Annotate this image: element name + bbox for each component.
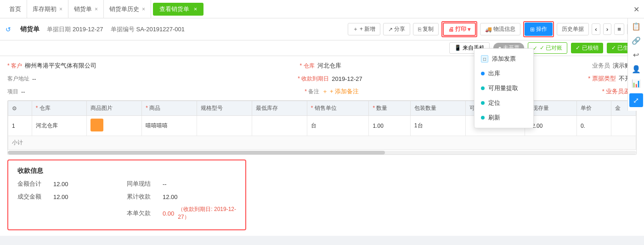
form-row-2: 客户地址 -- 收款到期日 2019-12-27 * 票据类型 不开票	[7, 74, 637, 83]
doc-date-label: 单据日期	[47, 25, 71, 34]
product-table-wrap: ⚙ * 仓库 商品图片 * 商品 规格型号 最低库存 * 销售单位 * 数量 包…	[7, 100, 637, 155]
cell-product: 嘻嘻嘻嘻	[142, 116, 197, 136]
outbound-dot	[481, 72, 485, 75]
dropdown-add-invoice[interactable]: □ 添加发票	[475, 51, 533, 66]
tab-inventory[interactable]: 库存期初 ×	[27, 0, 68, 18]
deal-row: 成交金额 12.00	[17, 193, 127, 201]
next-button[interactable]: ›	[603, 23, 611, 35]
add-button[interactable]: ＋ + 新增	[348, 23, 380, 35]
col-product: * 商品	[142, 101, 197, 116]
total-value: 12.00	[53, 181, 68, 188]
customer-value: 柳州粤港平安气体有限公司	[25, 62, 96, 70]
due-date-field: 收款到期日 2019-12-27	[298, 75, 588, 83]
operate-button[interactable]: ⊞ 操作	[525, 23, 553, 36]
plus-icon: ＋	[322, 88, 328, 95]
doc-title: 销货单	[20, 25, 40, 34]
prev-button[interactable]: ‹	[592, 23, 600, 35]
scroll-thumb	[8, 151, 385, 154]
total-label: 金额合计	[17, 180, 50, 188]
phone-icon: 📱	[454, 45, 461, 51]
tab-view-sales-close[interactable]: ×	[194, 6, 198, 12]
project-field: 项目 --	[7, 88, 305, 96]
cell-unit: 台	[307, 116, 369, 136]
col-price: 单价	[576, 101, 611, 116]
sidebar-icon-3[interactable]: ↩	[633, 51, 639, 59]
tab-bar: 首页 库存期初 × 销货单 × 销货单历史 × 查看销货单 × ✕	[0, 0, 644, 18]
operate-dropdown: □ 添加发票 出库 可用量提取 定位 刷新	[474, 48, 534, 128]
doc-icon: ↺	[6, 26, 11, 33]
doc-no-value: SA-20191227-001	[136, 26, 185, 33]
col-qty: * 数量	[369, 101, 410, 116]
locate-label: 定位	[488, 99, 500, 107]
share-button[interactable]: ↗ 分享	[383, 23, 410, 35]
print-button[interactable]: 🖨 打印 ▾	[443, 23, 476, 36]
form-row-1: 客户 柳州粤港平安气体有限公司 仓库 河北仓库 业务员 演示账号	[7, 62, 637, 70]
tab-sales-history[interactable]: 销货单历史 ×	[104, 0, 151, 18]
layout1-button[interactable]: ≡	[614, 23, 624, 35]
sidebar-icon-1[interactable]: 📋	[632, 22, 641, 31]
sidebar-expand-icon[interactable]: ⤢	[629, 93, 643, 107]
toolbar-actions: ＋ + 新增 ↗ 分享 ⎘ 复制 🖨 打印 ▾ 🚚 物流信息	[348, 21, 638, 37]
copy-button[interactable]: ⎘ 复制	[413, 23, 439, 35]
salesperson-label: * 业务员孟	[602, 87, 630, 96]
tab-sales[interactable]: 销货单 ×	[68, 0, 104, 18]
dropdown-refresh[interactable]: 刷新	[475, 110, 533, 125]
due-date-value: 2019-12-27	[332, 75, 362, 82]
toolbar: ↺ 销货单 单据日期 2019-12-27 单据编号 SA-20191227-0…	[0, 18, 644, 40]
cancelled-button[interactable]: ✓ 已核销	[571, 43, 603, 53]
cell-img	[87, 116, 142, 136]
warehouse-value: 河北仓库	[317, 62, 341, 70]
remark-add-btn[interactable]: ＋ + 添加备注	[322, 87, 359, 96]
cell-warehouse: 河北仓库	[32, 116, 87, 136]
product-table: ⚙ * 仓库 商品图片 * 商品 规格型号 最低库存 * 销售单位 * 数量 包…	[8, 101, 636, 150]
gear-icon: ⚙	[12, 105, 17, 112]
sidebar-icon-2[interactable]: 🔗	[632, 36, 641, 45]
tab-sales-history-close[interactable]: ×	[142, 6, 145, 12]
add-invoice-label: 添加发票	[492, 55, 516, 63]
tab-home[interactable]: 首页	[4, 0, 27, 18]
settlement-value: --	[163, 181, 167, 188]
product-image	[90, 119, 103, 131]
dropdown-available-qty[interactable]: 可用量提取	[475, 81, 533, 96]
due-note: （收款到期日: 2019-12-27）	[178, 205, 236, 221]
cumulative-value: 12.00	[163, 194, 178, 200]
customer-label: 客户	[7, 62, 22, 70]
remark-field: 备注 ＋ + 添加备注	[305, 87, 602, 96]
tab-sales-close[interactable]: ×	[95, 6, 98, 12]
cell-packqty: 1台	[410, 116, 465, 136]
refresh-dot	[481, 116, 485, 120]
due-date-label: 收款到期日	[298, 75, 329, 83]
col-unit: * 销售单位	[307, 101, 369, 116]
logistics-button[interactable]: 🚚 物流信息	[480, 23, 520, 35]
owed-row: 本单欠款 0.00 （收款到期日: 2019-12-27）	[127, 205, 236, 221]
available-qty-label: 可用量提取	[488, 84, 518, 92]
remark-label: 备注	[305, 88, 319, 96]
settlement-label: 同单现结	[127, 180, 159, 188]
cumulative-row: 累计收款 12.00	[127, 193, 236, 201]
horizontal-scrollbar[interactable]	[8, 151, 636, 154]
copy-icon: ⎘	[418, 26, 421, 33]
tab-inventory-close[interactable]: ×	[59, 6, 62, 12]
address-value: --	[32, 75, 36, 82]
deal-label: 成交金额	[17, 193, 50, 201]
window-close-button[interactable]: ✕	[633, 5, 639, 13]
project-value: --	[21, 88, 25, 95]
sidebar-icon-4[interactable]: 👤	[632, 65, 641, 74]
cumulative-label: 累计收款	[127, 193, 159, 201]
doc-no-field: 单据编号 SA-20191227-001	[111, 25, 185, 34]
form-row-3: 项目 -- 备注 ＋ + 添加备注 * 业务员孟 --	[7, 87, 637, 96]
tab-view-sales[interactable]: 查看销货单 ×	[153, 3, 203, 16]
cell-amount	[611, 116, 636, 136]
col-minstock: 最低库存	[252, 101, 307, 116]
history-button[interactable]: 历史单据	[557, 23, 589, 35]
subtotal-row: 小计	[8, 136, 636, 150]
cell-qty: 1.00	[369, 116, 410, 136]
dropdown-locate[interactable]: 定位	[475, 96, 533, 110]
locate-dot	[481, 101, 485, 105]
sidebar-icon-5[interactable]: 📊	[632, 79, 641, 88]
customer-field: 客户 柳州粤港平安气体有限公司	[7, 62, 300, 70]
address-label: 客户地址	[7, 75, 29, 83]
doc-no-label: 单据编号	[111, 25, 135, 34]
print-icon: 🖨	[448, 26, 454, 33]
dropdown-outbound[interactable]: 出库	[475, 66, 533, 81]
